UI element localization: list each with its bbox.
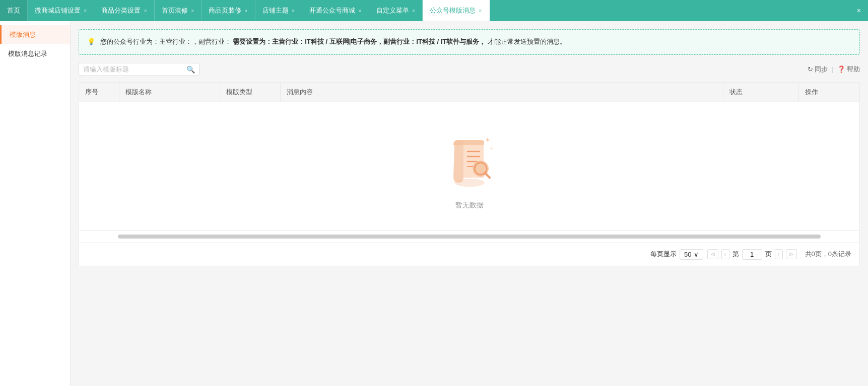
page-size-label: 每页显示	[650, 250, 677, 259]
page-suffix: 页	[765, 250, 772, 259]
nav-tab-custom-menu[interactable]: 自定义菜单 ×	[369, 0, 423, 21]
notice-suffix: 才能正常发送预置的消息。	[488, 38, 566, 45]
col-name: 模版名称	[119, 83, 220, 102]
svg-text:✦: ✦	[485, 136, 491, 144]
first-page-button[interactable]: ⊲	[707, 249, 718, 259]
nav-tab-product-decoration-label: 商品页装修	[209, 6, 241, 15]
nav-tab-custom-menu-label: 自定义菜单	[376, 6, 409, 15]
page-size-value: 50	[684, 251, 691, 258]
close-home-decoration-icon[interactable]: ×	[191, 8, 194, 14]
next-page-button[interactable]: ›	[775, 249, 783, 259]
nav-tab-home-decoration[interactable]: 首页装修 ×	[155, 0, 202, 21]
col-status: 状态	[723, 83, 799, 102]
last-page-button[interactable]: ⊳	[786, 249, 797, 259]
nav-tab-home-decoration-label: 首页装修	[162, 6, 188, 15]
close-product-decoration-icon[interactable]: ×	[244, 8, 247, 14]
pagination: 每页显示 50 ∨ ⊲ ‹ 第 页 › ⊳ 共0页，0条记录	[79, 243, 859, 266]
close-shop-settings-icon[interactable]: ×	[84, 8, 87, 14]
empty-state-icon: ✦ ✦	[439, 132, 500, 193]
close-open-mall-icon[interactable]: ×	[358, 8, 361, 14]
nav-tab-shop-settings[interactable]: 微商城店铺设置 ×	[28, 0, 94, 21]
sidebar-item-template-message[interactable]: 模版消息	[0, 25, 70, 44]
svg-text:✦: ✦	[490, 146, 493, 151]
page-prefix: 第	[732, 250, 739, 259]
close-category-settings-icon[interactable]: ×	[144, 8, 147, 14]
sync-label: 同步	[815, 65, 828, 74]
help-icon: ❓	[837, 65, 845, 73]
total-info: 共0页，0条记录	[805, 250, 851, 259]
nav-tab-home-label: 首页	[7, 6, 20, 15]
nav-tab-shop-theme[interactable]: 店铺主题 ×	[255, 0, 302, 21]
page-navigation: ⊲ ‹ 第 页 › ⊳	[707, 249, 797, 260]
data-table: 序号 模版名称 模版类型 消息内容 状态 操作	[79, 82, 860, 266]
sync-icon: ↻	[808, 65, 813, 73]
col-content: 消息内容	[281, 83, 723, 102]
page-size-select: 每页显示 50 ∨	[650, 249, 703, 260]
search-icon-button[interactable]: 🔍	[186, 65, 195, 73]
nav-tab-category-settings[interactable]: 商品分类设置 ×	[94, 0, 154, 21]
toolbar-divider: |	[832, 65, 833, 73]
nav-tab-open-mall-label: 开通公众号商城	[309, 6, 355, 15]
notice-icon: 💡	[87, 38, 95, 45]
table-header: 序号 模版名称 模版类型 消息内容 状态 操作	[79, 83, 859, 102]
horizontal-scrollbar[interactable]	[79, 230, 859, 243]
page-size-dropdown[interactable]: 50 ∨	[680, 249, 703, 260]
sidebar-item-template-message-record[interactable]: 模版消息记录	[0, 44, 70, 63]
sidebar-item-template-message-label: 模版消息	[10, 31, 36, 38]
notice-box: 💡 您的公众号行业为：主营行业：，副营行业： 需要设置为：主营行业：IT科技 /…	[79, 29, 860, 55]
nav-tab-template-msg[interactable]: 公众号模版消息 ×	[423, 0, 489, 21]
close-custom-menu-icon[interactable]: ×	[412, 8, 415, 14]
col-type: 模版类型	[220, 83, 281, 102]
search-input-wrap[interactable]: 🔍	[79, 63, 199, 76]
prev-page-button[interactable]: ‹	[721, 249, 729, 259]
empty-state: ✦ ✦ 暂无数据	[79, 102, 859, 230]
main-layout: 模版消息 模版消息记录 💡 您的公众号行业为：主营行业：，副营行业： 需要设置为…	[0, 21, 868, 386]
nav-tab-category-settings-label: 商品分类设置	[101, 6, 141, 15]
nav-tab-home[interactable]: 首页	[0, 0, 28, 21]
search-bar: 🔍 ↻ 同步 | ❓ 帮助	[79, 63, 860, 76]
scrollbar-track[interactable]	[118, 235, 820, 239]
help-button[interactable]: ❓ 帮助	[837, 65, 860, 74]
close-all-button[interactable]: ×	[850, 7, 868, 15]
col-index: 序号	[79, 83, 119, 102]
page-number-input[interactable]	[742, 249, 762, 260]
search-input[interactable]	[83, 65, 184, 73]
close-shop-theme-icon[interactable]: ×	[292, 8, 295, 14]
nav-tab-shop-theme-label: 店铺主题	[262, 6, 289, 15]
sync-button[interactable]: ↻ 同步	[808, 65, 828, 74]
nav-tab-shop-settings-label: 微商城店铺设置	[35, 6, 81, 15]
nav-tab-open-mall[interactable]: 开通公众号商城 ×	[302, 0, 369, 21]
col-action: 操作	[799, 83, 859, 102]
sidebar-item-template-message-record-label: 模版消息记录	[8, 50, 47, 57]
top-nav: 首页 微商城店铺设置 × 商品分类设置 × 首页装修 × 商品页装修 × 店铺主…	[0, 0, 868, 21]
notice-prefix: 您的公众号行业为：主营行业：，副营行业：	[100, 38, 231, 45]
svg-line-7	[485, 173, 490, 178]
sidebar: 模版消息 模版消息记录	[0, 21, 71, 386]
help-label: 帮助	[847, 65, 860, 74]
nav-tab-template-msg-label: 公众号模版消息	[430, 6, 476, 15]
empty-text: 暂无数据	[455, 201, 484, 210]
close-template-msg-icon[interactable]: ×	[479, 8, 482, 14]
page-size-chevron-icon: ∨	[694, 251, 699, 258]
nav-tab-product-decoration[interactable]: 商品页装修 ×	[202, 0, 255, 21]
toolbar-right: ↻ 同步 | ❓ 帮助	[808, 65, 860, 74]
notice-highlight: 需要设置为：主营行业：IT科技 / 互联网|电子商务，副营行业：IT科技 / I…	[233, 38, 486, 45]
main-content: 💡 您的公众号行业为：主营行业：，副营行业： 需要设置为：主营行业：IT科技 /…	[71, 21, 868, 386]
